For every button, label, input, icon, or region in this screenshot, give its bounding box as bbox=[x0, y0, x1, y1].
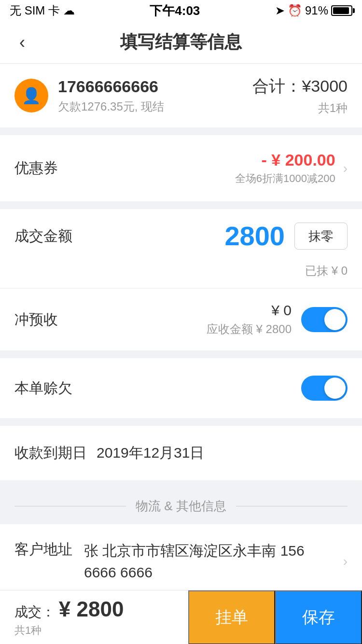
coupon-right: - ¥ 200.00 全场6折满1000减200 › bbox=[235, 151, 348, 186]
total-amount: 合计：¥3000 bbox=[252, 75, 348, 98]
deal-sub: 已抹 ¥ 0 bbox=[0, 263, 362, 288]
bottom-summary: 成交： ¥ 2800 共1种 bbox=[0, 597, 188, 638]
coupon-chevron: › bbox=[343, 161, 348, 176]
coupon-row[interactable]: 优惠券 - ¥ 200.00 全场6折满1000减200 › bbox=[0, 135, 362, 201]
alarm-icon: ⏰ bbox=[288, 4, 302, 17]
hold-button[interactable]: 挂单 bbox=[188, 590, 275, 644]
customer-right: 合计：¥3000 共1种 bbox=[252, 75, 348, 116]
debt-label: 本单赊欠 bbox=[14, 378, 72, 398]
customer-debt: 欠款1276.35元, 现结 bbox=[58, 99, 164, 114]
status-left: 无 SIM 卡 ☁ bbox=[10, 3, 75, 18]
bottom-count: 共1种 bbox=[14, 623, 174, 638]
prepaid-right: ¥ 0 应收金额 ¥ 2800 bbox=[207, 302, 348, 337]
sim-label: 无 SIM 卡 ☁ bbox=[10, 3, 75, 18]
divider-line-right bbox=[236, 506, 348, 506]
bottom-deal-amount: ¥ 2800 bbox=[59, 597, 124, 621]
bottom-bar: 成交： ¥ 2800 共1种 挂单 保存 bbox=[0, 590, 362, 644]
prepaid-label: 冲预收 bbox=[14, 310, 58, 330]
prepaid-sub: 应收金额 ¥ 2800 bbox=[207, 322, 292, 337]
customer-info: 17666666666 欠款1276.35元, 现结 bbox=[58, 77, 164, 114]
debt-section: 本单赊欠 bbox=[0, 358, 362, 418]
due-date-label: 收款到期日 bbox=[14, 443, 87, 463]
status-time: 下午4:03 bbox=[150, 2, 200, 19]
divider-line-left bbox=[14, 506, 126, 506]
deal-amount-value: 2800 bbox=[224, 223, 285, 250]
coupon-section: 优惠券 - ¥ 200.00 全场6折满1000减200 › bbox=[0, 135, 362, 201]
prepaid-row: 冲预收 ¥ 0 应收金额 ¥ 2800 bbox=[0, 288, 362, 350]
address-label: 客户地址 bbox=[14, 540, 72, 560]
location-icon: ➤ bbox=[275, 4, 285, 17]
due-date-section: 收款到期日 2019年12月31日 bbox=[0, 426, 362, 480]
coupon-info: - ¥ 200.00 全场6折满1000减200 bbox=[235, 151, 335, 186]
debt-toggle-knob bbox=[324, 378, 346, 399]
coupon-desc: 全场6折满1000减200 bbox=[235, 171, 335, 186]
prepaid-value-block: ¥ 0 应收金额 ¥ 2800 bbox=[207, 302, 292, 337]
save-button[interactable]: 保存 bbox=[275, 590, 362, 644]
battery-icon bbox=[331, 5, 352, 16]
logistics-label: 物流 & 其他信息 bbox=[136, 498, 226, 515]
bottom-deal-label: 成交： bbox=[14, 604, 55, 619]
avatar: 👤 bbox=[14, 79, 48, 112]
address-value: 张 北京市市辖区海淀区永丰南 156 6666 6666 bbox=[84, 540, 335, 583]
debt-row: 本单赊欠 bbox=[0, 358, 362, 418]
deal-amount-section: 成交金额 2800 抹零 已抹 ¥ 0 冲预收 ¥ 0 应收金额 ¥ 2800 bbox=[0, 209, 362, 350]
deal-amount-right: 2800 抹零 bbox=[224, 223, 348, 250]
battery-percent: 91% bbox=[305, 4, 328, 17]
avatar-icon: 👤 bbox=[22, 86, 41, 105]
status-bar: 无 SIM 卡 ☁ 下午4:03 ➤ ⏰ 91% bbox=[0, 0, 362, 21]
prepaid-amount: ¥ 0 bbox=[207, 302, 292, 319]
back-button[interactable]: ‹ bbox=[12, 32, 33, 53]
toggle-knob bbox=[324, 309, 346, 330]
debt-toggle[interactable] bbox=[301, 376, 348, 401]
status-right: ➤ ⏰ 91% bbox=[275, 4, 352, 17]
total-count: 共1种 bbox=[252, 100, 348, 116]
customer-phone: 17666666666 bbox=[58, 77, 164, 96]
nav-bar: ‹ 填写结算等信息 bbox=[0, 21, 362, 64]
logistics-divider: 物流 & 其他信息 bbox=[0, 488, 362, 524]
bottom-deal-line: 成交： ¥ 2800 bbox=[14, 597, 174, 621]
address-row[interactable]: 客户地址 张 北京市市辖区海淀区永丰南 156 6666 6666 › bbox=[0, 524, 362, 599]
coupon-label: 优惠券 bbox=[14, 158, 58, 178]
deal-amount-row: 成交金额 2800 抹零 bbox=[0, 209, 362, 263]
page-title: 填写结算等信息 bbox=[120, 30, 242, 54]
address-chevron: › bbox=[343, 554, 348, 569]
prepaid-toggle[interactable] bbox=[301, 307, 348, 332]
due-date-row: 收款到期日 2019年12月31日 bbox=[0, 426, 362, 480]
battery-fill bbox=[333, 7, 349, 14]
customer-card: 👤 17666666666 欠款1276.35元, 现结 合计：¥3000 共1… bbox=[0, 64, 362, 127]
deal-amount-label: 成交金额 bbox=[14, 226, 72, 246]
customer-left: 👤 17666666666 欠款1276.35元, 现结 bbox=[14, 77, 164, 114]
due-date-value: 2019年12月31日 bbox=[97, 443, 204, 463]
content: 👤 17666666666 欠款1276.35元, 现结 合计：¥3000 共1… bbox=[0, 64, 362, 644]
coupon-amount: - ¥ 200.00 bbox=[235, 151, 335, 169]
round-zero-button[interactable]: 抹零 bbox=[294, 223, 348, 250]
